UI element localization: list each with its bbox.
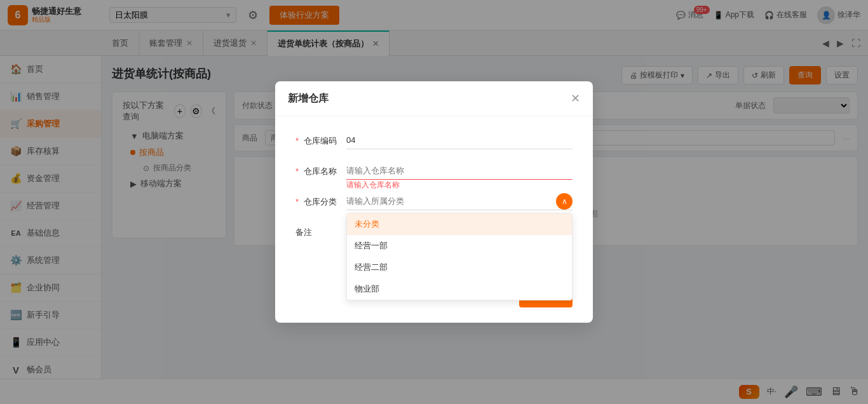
remark-label: 备注	[295, 223, 346, 238]
warehouse-name-input[interactable]	[346, 162, 573, 180]
code-label: * 仓库编码	[295, 131, 346, 147]
category-input[interactable]	[346, 192, 573, 210]
modal-body: * 仓库编码 * 仓库名称 请输入仓库名称 * 仓库分类	[275, 116, 593, 278]
modal-title: 新增仓库	[288, 92, 329, 105]
warehouse-code-input[interactable]	[346, 131, 573, 149]
dropdown-item-uncategorized[interactable]: 未分类	[347, 213, 572, 235]
name-form-row: * 仓库名称 请输入仓库名称	[295, 162, 573, 180]
category-dropdown: 未分类 经营一部 经营二部 物业部	[346, 213, 573, 300]
dropdown-item-dept3[interactable]: 物业部	[347, 278, 572, 300]
modal-close-btn[interactable]: ✕	[571, 91, 580, 105]
code-required: *	[295, 136, 299, 145]
code-form-row: * 仓库编码	[295, 131, 573, 149]
name-label: * 仓库名称	[295, 162, 346, 177]
name-error-msg: 请输入仓库名称	[346, 180, 400, 191]
dropdown-item-dept2[interactable]: 经营二部	[347, 257, 572, 278]
name-required: *	[295, 166, 299, 176]
category-label: * 仓库分类	[295, 192, 346, 208]
modal-header: 新增仓库 ✕	[275, 81, 593, 116]
category-select-wrapper: ∧ 未分类 经营一部 经营二部 物业部	[346, 192, 573, 210]
modal-overlay[interactable]: 新增仓库 ✕ * 仓库编码 * 仓库名称 请输入仓库名称	[0, 0, 868, 404]
category-form-row: * 仓库分类 ∧ 未分类 经营一部 经营二部 物业部	[295, 192, 573, 210]
category-dropdown-toggle[interactable]: ∧	[556, 193, 573, 210]
add-warehouse-modal: 新增仓库 ✕ * 仓库编码 * 仓库名称 请输入仓库名称	[275, 81, 593, 323]
category-required: *	[295, 197, 299, 206]
dropdown-item-dept1[interactable]: 经营一部	[347, 235, 572, 257]
